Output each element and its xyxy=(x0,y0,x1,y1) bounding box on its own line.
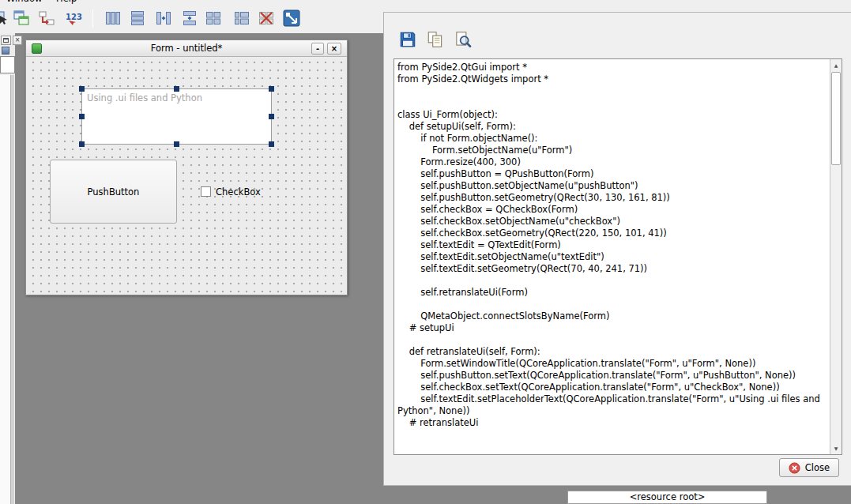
minimize-button[interactable]: - xyxy=(311,43,324,55)
checkbox-label: CheckBox xyxy=(216,186,261,197)
toolbar-separator xyxy=(92,9,93,28)
code-frame: from PySide2.QtGui import * from PySide2… xyxy=(393,58,842,455)
resource-root-label: <resource root> xyxy=(630,491,706,502)
close-circle-icon xyxy=(789,462,800,474)
scroll-up-button[interactable]: ▲ xyxy=(830,59,842,71)
dock-close-button[interactable]: × xyxy=(13,36,22,45)
layout-vertical-icon[interactable] xyxy=(127,8,148,28)
edit-widgets-icon[interactable] xyxy=(11,8,32,28)
form-icon xyxy=(32,43,42,54)
checkbox-widget[interactable]: CheckBox xyxy=(201,175,281,208)
close-dialog-button[interactable]: Close xyxy=(779,458,839,477)
scroll-down-button[interactable]: ▼ xyxy=(830,442,842,454)
selection-handle[interactable] xyxy=(269,141,274,147)
adjust-size-icon[interactable] xyxy=(281,8,302,28)
close-dialog-label: Close xyxy=(805,462,830,473)
checkbox-indicator[interactable] xyxy=(201,186,211,197)
layout-grid-icon[interactable] xyxy=(203,8,224,28)
save-button[interactable] xyxy=(397,28,419,51)
widget-box-icon xyxy=(2,47,9,55)
selection-handle[interactable] xyxy=(269,114,274,119)
widget-filter-input[interactable] xyxy=(0,56,15,73)
resource-root-item[interactable]: <resource root> xyxy=(567,491,767,504)
pointer-tool-icon[interactable] xyxy=(0,8,11,28)
layout-horizontal-splitter-icon[interactable] xyxy=(153,8,174,28)
find-button[interactable] xyxy=(452,28,474,51)
generated-code[interactable]: from PySide2.QtGui import * from PySide2… xyxy=(394,59,830,429)
code-preview-dialog: from PySide2.QtGui import * from PySide2… xyxy=(383,12,851,486)
selection-handle[interactable] xyxy=(269,86,274,92)
code-editor[interactable]: from PySide2.QtGui import * from PySide2… xyxy=(394,59,830,454)
copy-button[interactable] xyxy=(424,28,446,51)
pushbutton-label: PushButton xyxy=(88,186,140,197)
edit-signals-slots-icon[interactable] xyxy=(36,8,57,28)
dock-float-button[interactable] xyxy=(1,36,11,45)
tab-order-label: 123 xyxy=(66,13,82,21)
close-button[interactable]: × xyxy=(327,43,341,55)
form-window-titlebar[interactable]: Form - untitled* - × xyxy=(26,40,347,57)
layout-horizontal-icon[interactable] xyxy=(103,8,123,28)
textedit-widget[interactable]: Using .ui files and Python xyxy=(81,88,272,145)
layout-form-icon[interactable] xyxy=(232,8,252,28)
break-layout-icon[interactable] xyxy=(256,8,277,28)
save-icon xyxy=(398,30,417,49)
textedit-placeholder: Using .ui files and Python xyxy=(82,89,271,107)
selection-handle[interactable] xyxy=(79,86,85,92)
form-editor-window: Form - untitled* - × Using .ui files and… xyxy=(25,39,348,295)
form-window-title: Form - untitled* xyxy=(26,40,347,56)
dialog-toolbar xyxy=(397,28,474,51)
pushbutton-widget[interactable]: PushButton xyxy=(50,160,177,224)
edit-tab-order-icon[interactable]: 123 xyxy=(63,8,84,28)
selection-handle[interactable] xyxy=(79,114,85,119)
widget-box-dock: × xyxy=(0,33,15,504)
selection-handle[interactable] xyxy=(174,141,179,147)
widget-list-scrollbar[interactable] xyxy=(11,75,14,504)
selection-handle[interactable] xyxy=(174,86,179,92)
widget-list[interactable] xyxy=(0,75,11,504)
selection-handle[interactable] xyxy=(79,141,85,147)
float-icon xyxy=(3,38,9,43)
form-canvas[interactable]: Using .ui files and Python PushButton Ch… xyxy=(26,57,347,295)
close-icon: × xyxy=(15,37,21,43)
code-scrollbar[interactable]: ▲ ▼ xyxy=(830,59,842,454)
layout-vertical-splitter-icon[interactable] xyxy=(179,8,200,28)
find-icon xyxy=(454,30,473,49)
copy-icon xyxy=(426,30,445,49)
scrollbar-thumb[interactable] xyxy=(831,72,841,165)
